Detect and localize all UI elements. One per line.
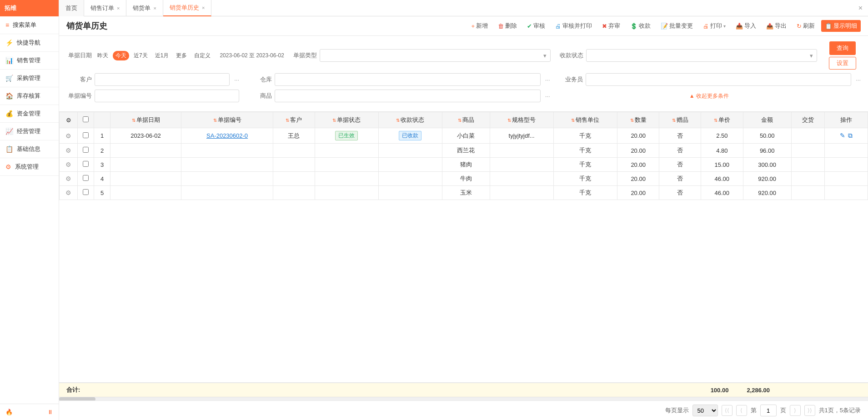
sidebar-item-inventory[interactable]: 🏠 库存核算 [0,87,59,105]
prev-page-button[interactable]: ⟨ [736,405,747,416]
next-page-button[interactable]: ⟩ [790,405,801,416]
date-btn-today[interactable]: 今天 [113,51,129,60]
date-btn-1month[interactable]: 近1月 [152,51,172,60]
cell-docno[interactable]: SA-20230602-0 [181,128,273,144]
th-qty[interactable]: ⇅数量 [617,112,659,128]
per-page-select[interactable]: 50 100 [692,405,718,416]
staff-picker-icon[interactable]: ··· [856,76,861,83]
cell-gear[interactable]: ⚙ [60,186,78,200]
th-customer[interactable]: ⇅客户 [273,112,315,128]
cell-check[interactable] [78,172,94,186]
sidebar-item-quick-nav[interactable]: ⚡ 快捷导航 [0,34,59,52]
show-detail-button[interactable]: 📋 显示明细 [821,20,861,32]
date-btn-more[interactable]: 更多 [173,51,190,60]
th-unit[interactable]: ⇅销售单位 [553,112,617,128]
audit-button[interactable]: ✔ 审核 [523,20,549,32]
docno-input[interactable] [95,90,239,102]
th-price[interactable]: ⇅单价 [701,112,743,128]
cell-check[interactable] [78,128,94,144]
date-btn-7days[interactable]: 近7天 [131,51,151,60]
row-checkbox[interactable] [83,147,89,153]
th-spec[interactable]: ⇅规格型号 [490,112,553,128]
sidebar-item-ops[interactable]: 📈 经营管理 [0,123,59,140]
row-checkbox[interactable] [83,132,89,138]
cell-action[interactable] [824,144,868,158]
abandon-button[interactable]: ✖ 弃审 [598,20,624,32]
copy-action-icon[interactable]: ⧉ [848,132,853,139]
date-btn-yesterday[interactable]: 昨天 [95,51,111,60]
tab-sales-order[interactable]: 销售订单 × [84,0,126,16]
settings-button[interactable]: 设置 [829,57,856,70]
date-btn-custom[interactable]: 自定义 [191,51,213,60]
scroll-bar[interactable] [59,397,868,400]
sidebar-item-sales[interactable]: 📊 销售管理 [0,52,59,70]
th-gear[interactable]: ⚙ [60,112,78,128]
collapse-button[interactable]: ▲ 收起更多条件 [687,90,731,102]
cell-gear[interactable]: ⚙ [60,172,78,186]
customer-input[interactable] [95,73,230,86]
row-checkbox[interactable] [83,175,89,181]
tab-home[interactable]: 首页 [59,0,84,16]
goods-picker-icon[interactable]: ··· [545,93,550,100]
last-page-button[interactable]: ⟩⟩ [804,405,815,416]
new-button[interactable]: + 新增 [467,20,492,32]
tab-sales-history[interactable]: 销货单历史 × [163,0,211,16]
th-paystatus[interactable]: ⇅收款状态 [378,112,442,128]
cell-action[interactable]: ✎⧉ [824,128,868,144]
row-checkbox[interactable] [83,161,89,167]
delete-button[interactable]: 🗑 删除 [494,20,521,32]
tab-sales-delivery[interactable]: 销货单 × [126,0,163,16]
audit-print-button[interactable]: 🖨 审核并打印 [552,20,596,32]
th-goods[interactable]: ⇅商品 [442,112,490,128]
pause-icon[interactable]: ⏸ [47,409,53,415]
cell-docno[interactable] [181,186,273,200]
sidebar-item-basic[interactable]: 📋 基础信息 [0,140,59,158]
cell-docno[interactable] [181,158,273,172]
cell-docno[interactable] [181,144,273,158]
refresh-button[interactable]: ↻ 刷新 [793,20,818,32]
sidebar-item-search-menu[interactable]: ≡ 搜索菜单 [0,16,59,34]
staff-input[interactable] [586,73,852,86]
cell-gear[interactable]: ⚙ [60,128,78,144]
print-button[interactable]: 🖨 打印 ▾ [699,20,729,32]
cell-action[interactable] [824,186,868,200]
sidebar-item-fund[interactable]: 💰 资金管理 [0,105,59,123]
th-date[interactable]: ⇅单据日期 [110,112,181,128]
import-button[interactable]: 📥 导入 [732,20,760,32]
th-docstatus[interactable]: ⇅单据状态 [315,112,378,128]
th-gift[interactable]: ⇅赠品 [659,112,701,128]
sidebar-item-purchase[interactable]: 🛒 采购管理 [0,70,59,87]
batch-change-button[interactable]: 📝 批量变更 [657,20,697,32]
cell-check[interactable] [78,144,94,158]
page-number-input[interactable] [760,405,777,416]
cell-check[interactable] [78,158,94,172]
close-sales-order-tab[interactable]: × [117,5,120,11]
row-checkbox[interactable] [83,189,89,195]
edit-action-icon[interactable]: ✎ [840,132,845,139]
customer-picker-icon[interactable]: ··· [234,76,239,83]
doctype-select[interactable]: ▾ [320,49,551,62]
th-check[interactable] [78,112,94,128]
th-docno[interactable]: ⇅单据编号 [181,112,273,128]
goods-input[interactable] [275,90,541,102]
first-page-button[interactable]: ⟨⟨ [722,405,733,416]
fire-icon[interactable]: 🔥 [5,409,13,415]
query-button[interactable]: 查询 [829,41,856,55]
doc-no-link[interactable]: SA-20230602-0 [206,132,248,139]
warehouse-input[interactable] [275,73,541,86]
close-sales-delivery-tab[interactable]: × [153,5,156,11]
paystatus-select[interactable]: ▾ [586,49,817,62]
cell-action[interactable] [824,172,868,186]
cell-action[interactable] [824,158,868,172]
collect-button[interactable]: 💲 收款 [627,20,654,32]
warehouse-picker-icon[interactable]: ··· [545,76,550,83]
cell-gear[interactable]: ⚙ [60,158,78,172]
select-all-checkbox[interactable] [83,116,89,122]
cell-docno[interactable] [181,172,273,186]
close-sales-history-tab[interactable]: × [202,5,205,10]
cell-check[interactable] [78,186,94,200]
cell-gear[interactable]: ⚙ [60,144,78,158]
close-all-tabs[interactable]: × [853,4,868,12]
sidebar-item-system[interactable]: ⚙ 系统管理 [0,158,59,176]
export-button[interactable]: 📤 导出 [763,20,790,32]
